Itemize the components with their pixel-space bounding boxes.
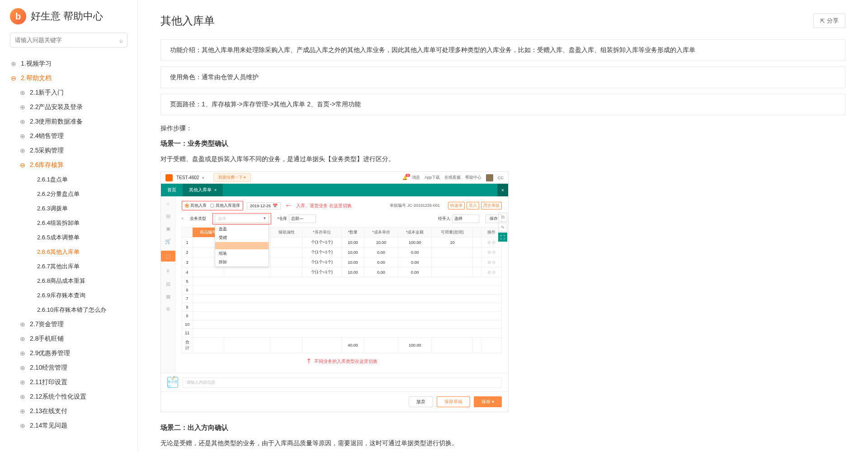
nav-label: 2.5采购管理 bbox=[30, 147, 64, 155]
ss-discard: 放弃 bbox=[409, 396, 433, 407]
path-box: 页面路径：1、库存核算->库存管理->其他入库单 2、首页->常用功能 bbox=[160, 94, 845, 115]
ss-person: 经手人选择 bbox=[438, 214, 479, 223]
nav-2-6-6[interactable]: 2.6.6其他入库单 bbox=[10, 245, 127, 259]
arrow-icon: ↗ bbox=[304, 356, 313, 365]
ss-row2: *业务类型 选择▾ 盘盈 受赠 组装 拆卸 *仓库总部— bbox=[182, 213, 502, 224]
ss-promo: 我要续费一下 ▾ bbox=[213, 173, 251, 182]
nav-2-12[interactable]: ⊕2.12系统个性化设置 bbox=[10, 390, 127, 404]
memo-icon: 📝备注信息 bbox=[167, 377, 178, 388]
share-button[interactable]: ⇱分享 bbox=[813, 14, 845, 28]
nav-label: 1.视频学习 bbox=[21, 60, 52, 68]
ss-logo-icon bbox=[165, 174, 173, 181]
nav-2-10[interactable]: ⊕2.10经营管理 bbox=[10, 361, 127, 375]
home-icon: ⌂ bbox=[165, 200, 171, 206]
chevron-down-icon: ▾ bbox=[202, 176, 204, 180]
nav-2-2[interactable]: ⊕2.2产品安装及登录 bbox=[10, 100, 127, 114]
content: 其他入库单 ⇱分享 功能介绍：其他入库单用来处理除采购入库、产成品入库之外的其他… bbox=[138, 0, 868, 452]
nav-label: 2.3使用前数据准备 bbox=[30, 118, 83, 126]
nav-2-6[interactable]: ⊖2.6库存核算 bbox=[10, 158, 127, 172]
ss-tool-import: 导入 bbox=[467, 202, 479, 209]
scene1-title: 场景一：业务类型确认 bbox=[160, 139, 845, 148]
plus-icon: ⊕ bbox=[19, 321, 26, 328]
logo-text: 好生意 帮助中心 bbox=[31, 10, 103, 23]
plus-icon: ⊕ bbox=[19, 393, 26, 400]
ss-draft: 保存草稿 bbox=[437, 396, 470, 407]
nav-2-9[interactable]: ⊕2.9优惠券管理 bbox=[10, 346, 127, 361]
bell-icon: 🔔9 bbox=[402, 176, 407, 180]
nav-label: 2.帮助文档 bbox=[21, 74, 52, 82]
ss-radio-in: 其他入库 bbox=[185, 203, 207, 209]
intro-box: 功能介绍：其他入库单用来处理除采购入库、产成品入库之外的其他入库业务，因此其他入… bbox=[160, 39, 845, 61]
plus-icon: ⊕ bbox=[19, 147, 26, 154]
nav-label: 2.6.3调拨单 bbox=[37, 205, 68, 213]
nav-label: 2.2产品安装及登录 bbox=[30, 103, 83, 111]
nav-2-6-5[interactable]: 2.6.5成本调整单 bbox=[10, 230, 127, 245]
nav-2-1[interactable]: ⊕2.1新手入门 bbox=[10, 86, 127, 100]
nav-2-14[interactable]: ⊕2.14常见问题 bbox=[10, 419, 127, 433]
tool-icon: ⧉ bbox=[498, 213, 507, 222]
nav-2-7[interactable]: ⊕2.7资金管理 bbox=[10, 317, 127, 332]
plus-icon: ⊕ bbox=[19, 133, 26, 140]
minus-icon: ⊖ bbox=[19, 162, 26, 169]
ss-label-type: 业务类型 bbox=[190, 216, 206, 222]
nav-label: 2.6.8商品成本重算 bbox=[37, 277, 85, 285]
nav-2-11[interactable]: ⊕2.11打印设置 bbox=[10, 375, 127, 390]
nav-2-6-9[interactable]: 2.6.9库存账本查询 bbox=[10, 288, 127, 303]
money-icon: ¥ bbox=[165, 268, 171, 274]
chevron-down-icon: ▾ bbox=[264, 216, 266, 222]
ss-close-all: × bbox=[497, 184, 508, 196]
intro-text: 其他入库单用来处理除采购入库、产成品入库之外的其他入库业务，因此其他入库单可处理… bbox=[202, 46, 695, 53]
nav-2-6-7[interactable]: 2.6.7其他出库单 bbox=[10, 259, 127, 274]
nav-label: 2.6.9库存账本查询 bbox=[37, 291, 85, 300]
nav-2-3[interactable]: ⊕2.3使用前数据准备 bbox=[10, 114, 127, 129]
role-box: 使用角色：通常由仓管人员维护 bbox=[160, 67, 845, 88]
nav-2-6-8[interactable]: 2.6.8商品成本重算 bbox=[10, 274, 127, 288]
ss-type-dropdown: 选择▾ 盘盈 受赠 组装 拆卸 bbox=[212, 213, 271, 224]
ss-annotation-1: 入库、退货业务 在这里切换 bbox=[296, 203, 352, 209]
plus-icon: ⊕ bbox=[19, 335, 26, 343]
ss-help: 帮助中心 bbox=[465, 175, 481, 181]
nav-label: 2.6库存核算 bbox=[30, 161, 64, 169]
nav-label: 2.13在线支付 bbox=[30, 407, 67, 415]
nav-2-6-10[interactable]: 2.6.10库存账本错了怎么办 bbox=[10, 303, 127, 317]
intro-label: 功能介绍： bbox=[170, 46, 202, 53]
search-input[interactable] bbox=[10, 33, 127, 48]
nav-2-6-1[interactable]: 2.6.1盘点单 bbox=[10, 172, 127, 187]
nav-label: 2.1新手入门 bbox=[30, 89, 64, 97]
ss-body: ⌂ ▤ ▣ 🛒 ⬚ ¥ ▥ ▦ ⚙ 其他入库 其他入库退库 bbox=[161, 196, 508, 373]
nav-2-5[interactable]: ⊕2.5采购管理 bbox=[10, 143, 127, 158]
ss-svc: 在线客服 bbox=[444, 175, 461, 181]
nav-2-6-2[interactable]: 2.6.2分量盘点单 bbox=[10, 187, 127, 201]
search-icon[interactable]: ⌕ bbox=[119, 37, 123, 44]
nav-label: 2.9优惠券管理 bbox=[30, 349, 70, 357]
share-icon: ⇱ bbox=[820, 18, 825, 24]
search-box: ⌕ bbox=[10, 33, 127, 48]
ss-option-selected bbox=[215, 242, 269, 249]
role-text: 通常由仓管人员维护 bbox=[202, 73, 259, 81]
ss-toolbar: 快速录 导入 历史单据 bbox=[448, 202, 502, 209]
plus-icon: ⊕ bbox=[19, 422, 26, 429]
nav-video-learning[interactable]: ⊕1.视频学习 bbox=[10, 57, 127, 71]
cart-icon: 🛒 bbox=[165, 238, 171, 244]
nav-2-8[interactable]: ⊕2.8手机旺铺 bbox=[10, 332, 127, 346]
ss-org: TEST-4602 bbox=[176, 175, 199, 180]
nav-2-6-3[interactable]: 2.6.3调拨单 bbox=[10, 201, 127, 216]
ss-option: 盘盈 bbox=[215, 225, 269, 233]
role-label: 使用角色： bbox=[170, 73, 202, 81]
nav-2-6-4[interactable]: 2.6.4组装拆卸单 bbox=[10, 216, 127, 230]
ss-user: CC bbox=[498, 176, 504, 180]
plus-icon: ⊕ bbox=[19, 350, 26, 357]
gear-icon: ⚙ bbox=[165, 306, 171, 312]
calendar-icon: 📅 bbox=[273, 204, 278, 208]
plus-icon: ⊕ bbox=[19, 104, 26, 111]
sidebar: b 好生意 帮助中心 ⌕ ⊕1.视频学习 ⊖2.帮助文档 ⊕2.1新手入门 ⊕2… bbox=[0, 0, 138, 452]
nav-2-4[interactable]: ⊕2.4销售管理 bbox=[10, 129, 127, 143]
nav-help-docs[interactable]: ⊖2.帮助文档 bbox=[10, 71, 127, 86]
plus-icon: ⊕ bbox=[19, 118, 26, 125]
grid-icon: ▦ bbox=[165, 293, 171, 300]
ss-annotation-2: ↗不同业务的入库类型在这里切换 bbox=[182, 357, 502, 365]
nav-2-13[interactable]: ⊕2.13在线支付 bbox=[10, 404, 127, 419]
ss-tool-quick: 快速录 bbox=[448, 202, 465, 209]
path-label: 页面路径： bbox=[170, 100, 202, 108]
nav-label: 2.4销售管理 bbox=[30, 132, 64, 140]
